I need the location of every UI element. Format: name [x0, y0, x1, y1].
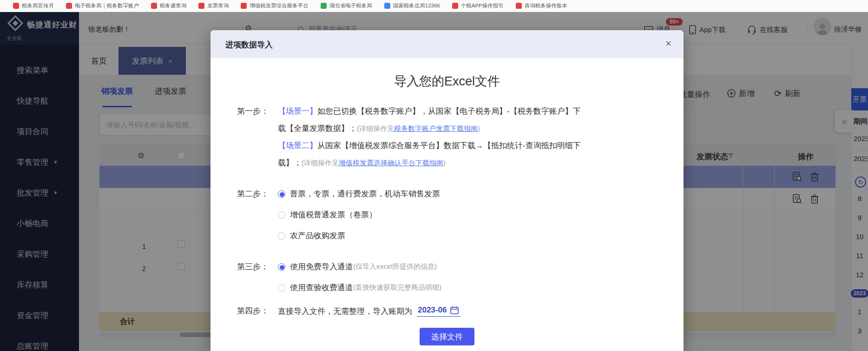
bookmark-label: 湖北省电子税务局 [329, 2, 372, 9]
radio-button[interactable] [278, 211, 285, 219]
step-text: (详细操作见 [357, 124, 394, 132]
step-text: 载】； [278, 158, 302, 167]
bookmark-label: 国家税务总局12366 [393, 2, 440, 9]
bookmark-item[interactable]: 湖北省电子税务局 [321, 2, 372, 9]
bookmark-label: 增值税发票综合服务平台 [250, 2, 309, 9]
choose-file-button[interactable]: 选择文件 [420, 328, 474, 345]
step-row: 【场景一】如您已切换【税务数字账户】，从国家【电子税务局】-【税务数字账户】下 [278, 103, 684, 120]
step-text: 增值税普通发票（卷票） [290, 209, 377, 220]
bookmark-favicon [321, 3, 327, 9]
bookmark-favicon [66, 3, 72, 9]
dialog-heading: 导入您的Excel文件 [210, 72, 684, 91]
calendar-icon [450, 306, 459, 314]
modal-step: 第一步：【场景一】如您已切换【税务数字账户】，从国家【电子税务局】-【税务数字账… [210, 103, 684, 171]
bookmark-item[interactable]: 增值税发票综合服务平台 [241, 2, 309, 9]
steps-container: 第一步：【场景一】如您已切换【税务数字账户】，从国家【电子税务局】-【税务数字账… [210, 103, 684, 298]
step-body: 普票，专票，通行费发票，机动车销售发票增值税普通发票（卷票）农产品收购发票 [278, 183, 684, 246]
step-text: (仅导入excel所提供的信息) [353, 262, 437, 271]
step-text: 【场景二】 [278, 141, 317, 150]
bookmark-item[interactable]: 咨询税务操作版本 [516, 2, 567, 9]
step-label: 第三步： [237, 256, 278, 298]
step-text: 直接导入文件，无需整理，导入账期为 [278, 306, 412, 317]
step-row: 农产品收购发票 [278, 225, 684, 246]
dialog-title: 进项数据导入 [225, 39, 273, 50]
radio-button[interactable] [278, 263, 285, 271]
step-row: 使用免费导入通道 (仅导入excel所提供的信息) [278, 256, 684, 277]
bookmark-favicon [384, 3, 390, 9]
step-text: 普票，专票，通行费发票，机动车销售发票 [290, 188, 440, 199]
step-text: 使用免费导入通道 [290, 261, 353, 272]
guide-link[interactable]: 增值税发票选择确认平台下载指南 [339, 159, 443, 167]
step-text: 农产品收购发票 [290, 230, 345, 241]
bookmark-favicon [198, 3, 204, 9]
browser-bookmarks-bar: 税务局宣传月电子税务局｜税务数字账户税务通查询发票查询增值税发票综合服务平台湖北… [0, 0, 868, 12]
step-text: 载【全量发票数据】； [278, 124, 357, 133]
step-body: 使用免费导入通道 (仅导入excel所提供的信息)使用查验收费通道 (直接快速获… [278, 256, 684, 298]
step-label: 第四步： [237, 305, 278, 318]
bookmark-item[interactable]: 发票查询 [198, 2, 229, 9]
step-text: 【场景一】 [278, 107, 317, 116]
bookmark-item[interactable]: 电子税务局｜税务数字账户 [66, 2, 139, 9]
bookmark-favicon [241, 3, 247, 9]
step-text: 从国家【增值税发票综合服务平台】数据下载→【抵扣统计-查询抵扣明细下 [317, 141, 581, 150]
step-label: 第一步： [237, 103, 278, 171]
bookmark-favicon [452, 3, 458, 9]
step-body: 【场景一】如您已切换【税务数字账户】，从国家【电子税务局】-【税务数字账户】下载… [278, 103, 684, 171]
step-row: 直接导入文件，无需整理，导入账期为 2023-06 [278, 305, 684, 318]
step-row: 普票，专票，通行费发票，机动车销售发票 [278, 183, 684, 204]
dialog-header: 进项数据导入 × [210, 30, 684, 58]
bookmark-label: 发票查询 [207, 2, 229, 9]
import-period-value: 2023-06 [418, 306, 447, 315]
dialog-body: 导入您的Excel文件 第一步：【场景一】如您已切换【税务数字账户】，从国家【电… [210, 72, 684, 345]
step-row: 【场景二】从国家【增值税发票综合服务平台】数据下载→【抵扣统计-查询抵扣明细下 [278, 137, 684, 154]
step-row: 增值税普通发票（卷票） [278, 204, 684, 225]
bookmark-item[interactable]: 个税APP操作指引 [452, 2, 504, 9]
radio-button[interactable] [278, 284, 285, 292]
step-text: ) [478, 124, 480, 132]
step-row: 载【全量发票数据】；(详细操作见税务数字账户发票下载指南) [278, 120, 684, 137]
bookmark-item[interactable]: 国家税务总局12366 [384, 2, 440, 9]
guide-link[interactable]: 税务数字账户发票下载指南 [394, 124, 478, 132]
bookmark-label: 税务通查询 [160, 2, 187, 9]
period-date-picker[interactable]: 2023-06 [417, 306, 460, 317]
close-icon[interactable]: × [665, 38, 671, 49]
modal-step: 第二步：普票，专票，通行费发票，机动车销售发票增值税普通发票（卷票）农产品收购发… [210, 183, 684, 246]
step-row: 载】；(详细操作见增值税发票选择确认平台下载指南) [278, 154, 684, 171]
bookmark-item[interactable]: 税务局宣传月 [13, 2, 54, 9]
import-dialog: 进项数据导入 × 导入您的Excel文件 第一步：【场景一】如您已切换【税务数字… [210, 30, 684, 351]
bookmark-label: 咨询税务操作版本 [525, 2, 567, 9]
step-row: 使用查验收费通道 (直接快速获取完整商品明细) [278, 277, 684, 298]
radio-button[interactable] [278, 190, 285, 198]
bookmark-label: 电子税务局｜税务数字账户 [75, 2, 139, 9]
step-text: 如您已切换【税务数字账户】，从国家【电子税务局】-【税务数字账户】下 [317, 107, 581, 116]
modal-step: 第三步：使用免费导入通道 (仅导入excel所提供的信息)使用查验收费通道 (直… [210, 256, 684, 298]
step-text: (详细操作见 [302, 159, 339, 167]
radio-button[interactable] [278, 232, 285, 240]
screen: 税务局宣传月电子税务局｜税务数字账户税务通查询发票查询增值税发票综合服务平台湖北… [0, 0, 868, 351]
bookmark-favicon [13, 3, 19, 9]
modal-step: 第四步： 直接导入文件，无需整理，导入账期为 2023-06 [210, 305, 684, 318]
bookmark-favicon [151, 3, 157, 9]
bookmark-item[interactable]: 税务通查询 [151, 2, 187, 9]
step-label: 第二步： [237, 183, 278, 246]
step-text: ) [443, 159, 446, 167]
step-text: (直接快速获取完整商品明细) [353, 283, 441, 292]
bookmark-label: 个税APP操作指引 [461, 2, 504, 9]
step-text: 使用查验收费通道 [290, 282, 353, 293]
bookmark-label: 税务局宣传月 [22, 2, 54, 9]
bookmark-favicon [516, 3, 522, 9]
